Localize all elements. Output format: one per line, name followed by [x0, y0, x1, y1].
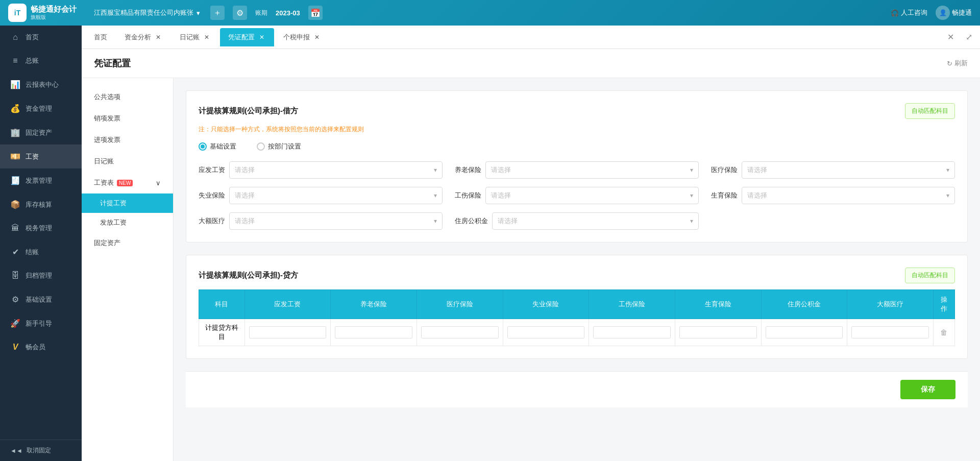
archive-icon: 🗄	[10, 271, 20, 280]
dropdown-arrow-6: ▾	[946, 192, 949, 199]
radio-group: 基础设置 按部门设置	[199, 142, 955, 151]
left-nav-payroll-table[interactable]: 工资表 NEW ∨	[82, 172, 173, 193]
select-yiliao-baoxian[interactable]: 请选择 ▾	[742, 161, 955, 179]
input-daeliao[interactable]	[851, 326, 929, 338]
settings-button[interactable]: ⚙	[233, 6, 247, 20]
field-daeliao: 大额医疗 请选择 ▾	[199, 212, 443, 230]
tax-icon: 🏛	[10, 224, 20, 233]
cell-shiye-input[interactable]	[503, 319, 589, 346]
cell-yanglao-input[interactable]	[331, 319, 417, 346]
tab-expand-button[interactable]: ⤢	[962, 30, 976, 44]
col-subject: 科目	[199, 290, 245, 319]
unpin-button[interactable]: ◄◄ 取消固定	[0, 440, 82, 461]
cell-shengyu-input[interactable]	[675, 319, 761, 346]
main-form: 计提核算规则(公司承担)-借方 自动匹配科目 注：只能选择一种方式，系统将按照您…	[174, 78, 980, 461]
tab-journal[interactable]: 日记账 ✕	[172, 28, 219, 46]
sidebar-item-archive[interactable]: 🗄 归档管理	[0, 264, 82, 287]
select-shiye-baoxian[interactable]: 请选择 ▾	[229, 187, 443, 204]
sidebar-item-home[interactable]: ⌂ 首页	[0, 26, 82, 49]
user-menu-button[interactable]: 👤 畅捷通	[936, 6, 972, 20]
sidebar-item-inventory[interactable]: 📦 库存核算	[0, 192, 82, 216]
sidebar-item-reports[interactable]: 📊 云报表中心	[0, 72, 82, 96]
select-yingfa-gongzi[interactable]: 请选择 ▾	[229, 161, 443, 179]
tab-bar-actions: ✕ ⤢	[943, 30, 976, 44]
top-header: iT 畅捷通好会计 旗舰版 江西服宝精品有限责任公司内账张 ▾ ＋ ⚙ 账期 2…	[0, 0, 980, 26]
input-yiliao[interactable]	[421, 326, 499, 338]
select-zhufang-gongjijin[interactable]: 请选择 ▾	[492, 212, 699, 230]
left-nav-sales-invoice[interactable]: 销项发票	[82, 108, 173, 129]
select-yanglao-baoxian[interactable]: 请选择 ▾	[485, 161, 699, 179]
sidebar-item-settings[interactable]: ⚙ 基础设置	[0, 287, 82, 311]
table-header-row: 科目 应发工资 养老保险 医疗保险 失业保险 工伤保险 生育保险 住房公积金 大…	[199, 290, 955, 319]
select-daeliao[interactable]: 请选择 ▾	[229, 212, 443, 230]
credit-auto-match-button[interactable]: 自动匹配科目	[905, 268, 955, 283]
field-shengyu-baoxian: 生育保险 请选择 ▾	[711, 187, 955, 204]
input-shengyu[interactable]	[679, 326, 757, 338]
input-yingfa[interactable]	[249, 326, 327, 338]
save-button[interactable]: 保存	[900, 380, 955, 399]
tab-tax[interactable]: 个税申报 ✕	[275, 28, 329, 46]
sidebar-label-guide: 新手引导	[26, 319, 52, 328]
dropdown-arrow-3: ▾	[946, 166, 949, 174]
new-badge: NEW	[117, 180, 133, 186]
settings-side-icon: ⚙	[10, 295, 20, 304]
vip-icon: V	[10, 343, 20, 352]
sidebar-item-tax[interactable]: 🏛 税务管理	[0, 216, 82, 240]
left-nav: 公共选项 销项发票 进项发票 日记账 工资表 NEW	[82, 78, 174, 461]
select-shengyu-baoxian[interactable]: 请选择 ▾	[742, 187, 955, 204]
left-nav-fixed-assets[interactable]: 固定资产	[82, 232, 173, 254]
sidebar-item-close[interactable]: ✔ 结账	[0, 240, 82, 264]
calendar-button[interactable]: 📅	[308, 6, 323, 20]
sidebar-label-inventory: 库存核算	[26, 200, 52, 209]
tab-journal-label: 日记账	[180, 33, 200, 42]
left-nav-accrual[interactable]: 计提工资	[82, 193, 173, 213]
cell-delete[interactable]: 🗑	[933, 319, 954, 346]
sidebar-item-invoice[interactable]: 🧾 发票管理	[0, 168, 82, 192]
debit-auto-match-button[interactable]: 自动匹配科目	[905, 103, 955, 119]
tab-voucher-close[interactable]: ✕	[258, 33, 266, 41]
left-nav-journal[interactable]: 日记账	[82, 151, 173, 172]
input-shiye[interactable]	[507, 326, 585, 338]
select-gongshang-baoxian[interactable]: 请选择 ▾	[485, 187, 699, 204]
refresh-button[interactable]: ↻ 刷新	[947, 59, 968, 68]
cell-daeliao-input[interactable]	[847, 319, 934, 346]
ai-consult-button[interactable]: 🎧 人工咨询	[891, 8, 927, 17]
sidebar-item-funds[interactable]: 💰 资金管理	[0, 96, 82, 120]
inventory-icon: 📦	[10, 200, 20, 209]
tab-tax-close[interactable]: ✕	[313, 33, 321, 41]
tab-voucher-config[interactable]: 凭证配置 ✕	[220, 28, 274, 46]
unpin-icon: ◄◄	[10, 447, 22, 454]
add-account-button[interactable]: ＋	[210, 6, 225, 20]
content-area: 首页 资金分析 ✕ 日记账 ✕ 凭证配置 ✕ 个税申报 ✕ ✕ ⤢	[82, 26, 980, 461]
left-nav-distribution[interactable]: 发放工资	[82, 213, 173, 232]
company-selector[interactable]: 江西服宝精品有限责任公司内账张 ▾	[94, 8, 200, 17]
left-nav-public[interactable]: 公共选项	[82, 86, 173, 108]
sidebar-item-assets[interactable]: 🏢 固定资产	[0, 120, 82, 144]
tab-close-all-button[interactable]: ✕	[943, 30, 958, 44]
cell-yingfa-input[interactable]	[244, 319, 331, 346]
cell-yiliao-input[interactable]	[416, 319, 503, 346]
input-yanglao[interactable]	[335, 326, 412, 338]
sidebar-item-guide[interactable]: 🚀 新手引导	[0, 311, 82, 335]
sidebar-label-funds: 资金管理	[26, 104, 52, 113]
debit-form-grid: 应发工资 请选择 ▾ 养老保险 请选择 ▾	[199, 161, 955, 230]
col-shengyu: 生育保险	[675, 290, 761, 319]
sidebar-item-salary[interactable]: 💴 工资	[0, 144, 82, 168]
input-zhufang[interactable]	[766, 326, 843, 338]
cell-zhufang-input[interactable]	[761, 319, 847, 346]
sidebar-item-ledger[interactable]: ≡ 总账	[0, 49, 82, 72]
cell-gongshang-input[interactable]	[589, 319, 675, 346]
tab-home[interactable]: 首页	[86, 28, 115, 46]
tab-funds-close[interactable]: ✕	[154, 33, 162, 41]
sidebar: ⌂ 首页 ≡ 总账 📊 云报表中心 💰 资金管理 🏢 固定资产 💴 工资 🧾 发…	[0, 26, 82, 461]
tab-funds[interactable]: 资金分析 ✕	[116, 28, 170, 46]
radio-basic[interactable]: 基础设置	[199, 142, 236, 151]
sidebar-item-vip[interactable]: V 畅会员	[0, 335, 82, 359]
left-nav-purchase-invoice[interactable]: 进项发票	[82, 129, 173, 151]
funds-icon: 💰	[10, 104, 20, 113]
tab-journal-close[interactable]: ✕	[203, 33, 211, 41]
dropdown-arrow-2: ▾	[690, 166, 693, 174]
input-gongshang[interactable]	[593, 326, 671, 338]
delete-row-icon[interactable]: 🗑	[940, 328, 947, 336]
radio-by-dept[interactable]: 按部门设置	[257, 142, 301, 151]
